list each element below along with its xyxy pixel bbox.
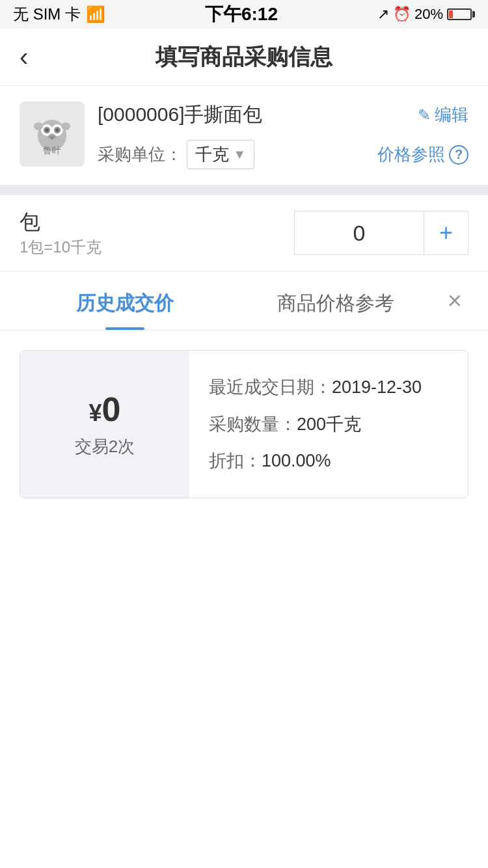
history-card: ¥0 交易2次 最近成交日期：2019-12-30 采购数量：200千克 折扣：… xyxy=(20,350,468,498)
tabs-header: 历史成交价 商品价格参考 × xyxy=(0,272,488,331)
chevron-down-icon: ▼ xyxy=(233,147,246,162)
status-left: 无 SIM 卡 📶 xyxy=(13,4,105,25)
status-time: 下午6:12 xyxy=(205,2,278,27)
battery-icon xyxy=(447,8,475,20)
section-divider xyxy=(0,185,488,195)
product-thumbnail: 鲁叶 xyxy=(20,102,85,167)
edit-button[interactable]: ✎ 编辑 xyxy=(418,103,468,126)
status-bar: 无 SIM 卡 📶 下午6:12 ↗ ⏰ 20% xyxy=(0,0,488,29)
qty-input[interactable]: 0 xyxy=(294,211,424,255)
svg-point-6 xyxy=(56,129,59,131)
qty-plus-button[interactable]: + xyxy=(424,211,468,255)
close-button[interactable]: × xyxy=(441,274,468,328)
alarm-icon: ⏰ xyxy=(393,6,411,23)
unit-value: 千克 xyxy=(195,143,229,166)
battery-pct: 20% xyxy=(414,6,443,23)
history-right-panel: 最近成交日期：2019-12-30 采购数量：200千克 折扣：100.00% xyxy=(189,351,468,498)
page-body xyxy=(0,518,488,869)
qty-conversion: 1包=10千克 xyxy=(20,237,102,258)
history-left-panel: ¥0 交易2次 xyxy=(20,351,189,498)
edit-label: 编辑 xyxy=(435,103,468,126)
yen-symbol: ¥ xyxy=(89,400,102,426)
nav-bar: ‹ 填写商品采购信息 xyxy=(0,29,488,86)
history-price: ¥0 xyxy=(89,390,121,429)
wifi-icon: 📶 xyxy=(86,5,105,23)
location-icon: ↗ xyxy=(377,6,389,23)
page-title: 填写商品采购信息 xyxy=(156,42,332,72)
price-ref-button[interactable]: 价格参照 ? xyxy=(377,143,468,166)
svg-text:鲁叶: 鲁叶 xyxy=(43,145,61,156)
qty-unit-label: 包 xyxy=(20,208,102,237)
svg-point-10 xyxy=(61,122,70,130)
unit-select[interactable]: 千克 ▼ xyxy=(187,140,254,169)
recent-date-row: 最近成交日期：2019-12-30 xyxy=(209,374,448,401)
sim-status: 无 SIM 卡 xyxy=(13,4,81,25)
tabs-panel: 历史成交价 商品价格参考 × ¥0 交易2次 最近成交日期：2019-12-30… xyxy=(0,272,488,518)
svg-point-9 xyxy=(34,122,43,130)
status-right: ↗ ⏰ 20% xyxy=(377,6,475,23)
back-button[interactable]: ‹ xyxy=(20,42,41,72)
unit-label: 采购单位： 千克 ▼ xyxy=(98,140,254,169)
product-card: 鲁叶 [0000006]手撕面包 ✎ 编辑 采购单位： 千克 ▼ xyxy=(0,86,488,185)
tab-history-price[interactable]: 历史成交价 xyxy=(20,272,230,330)
svg-point-5 xyxy=(46,129,48,131)
purchase-qty-row: 采购数量：200千克 xyxy=(209,411,448,438)
product-name: [0000006]手撕面包 xyxy=(98,102,262,128)
history-trades: 交易2次 xyxy=(75,435,135,458)
help-icon: ? xyxy=(449,145,468,165)
tab-price-reference[interactable]: 商品价格参考 xyxy=(230,272,441,330)
product-info: [0000006]手撕面包 ✎ 编辑 采购单位： 千克 ▼ 价格参照 ? xyxy=(98,102,468,169)
qty-controls: 0 + xyxy=(294,211,468,255)
edit-icon: ✎ xyxy=(418,106,431,124)
price-ref-label: 价格参照 xyxy=(377,143,445,166)
quantity-row: 包 1包=10千克 0 + xyxy=(0,195,488,271)
history-content: ¥0 交易2次 最近成交日期：2019-12-30 采购数量：200千克 折扣：… xyxy=(0,331,488,518)
discount-row: 折扣：100.00% xyxy=(209,448,448,474)
